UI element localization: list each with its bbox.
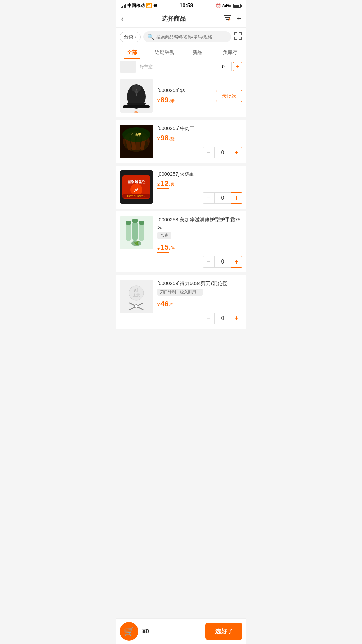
back-button[interactable]: ‹: [121, 14, 124, 23]
battery-icon: [233, 4, 241, 8]
qty-minus-0000255[interactable]: −: [203, 147, 214, 158]
qty-stepper-0000259: − 0 +: [203, 313, 242, 324]
cart-icon: 🛒: [124, 626, 134, 637]
bottom-bar: 🛒 ¥0 选好了: [116, 618, 246, 644]
product-thumb-0000254: 249: [120, 79, 153, 113]
search-row: 分类 › 🔍: [116, 28, 246, 46]
product-price-0000258: ¥ 15 /件: [157, 243, 242, 253]
search-icon: 🔍: [147, 34, 154, 40]
qty-plus-0000257[interactable]: +: [231, 192, 242, 204]
qty-value-0000255: 0: [214, 147, 231, 158]
product-item-0000259: 好 主意 [0000259]得力6034剪刀(混)(把) 刀口锋利、经久耐用、 …: [116, 275, 246, 329]
tab-recent[interactable]: 近期采购: [148, 46, 181, 59]
product-thumb-0000255: 牛肉干: [120, 125, 153, 158]
qty-minus-0000259[interactable]: −: [203, 313, 214, 324]
svg-rect-3: [234, 32, 237, 35]
tab-negative[interactable]: 负库存: [214, 46, 247, 59]
carrier-label: 中国移动: [127, 3, 145, 9]
tab-bar: 全部 近期采购 新品 负库存: [116, 46, 246, 59]
svg-text:牛肉干: 牛肉干: [131, 133, 142, 137]
svg-text:불닭볶음면: 불닭볶음면: [127, 180, 146, 184]
carrier-info: 中国移动 📶 ✳: [121, 3, 157, 9]
scan-icon[interactable]: [234, 32, 242, 42]
svg-text:🌿: 🌿: [134, 241, 139, 246]
product-name-0000257: [0000257]火鸡面: [157, 170, 242, 177]
product-price-0000257: ¥ 12 /袋: [157, 179, 242, 189]
product-name-0000259: [0000259]得力6034剪刀(混)(把): [157, 280, 242, 287]
product-thumb-0000259: 好 主意: [120, 280, 153, 313]
battery-percent: 84%: [222, 3, 231, 8]
tab-new[interactable]: 新品: [181, 46, 214, 59]
qty-value-0000259: 0: [214, 313, 231, 324]
svg-rect-37: [139, 221, 144, 225]
qty-plus-0000255[interactable]: +: [231, 147, 242, 158]
svg-rect-33: [132, 221, 138, 241]
svg-text:249: 249: [134, 111, 138, 113]
sync-icon: ✳: [153, 3, 157, 8]
status-bar: 中国移动 📶 ✳ 10:58 ⏰ 84%: [116, 0, 246, 10]
battery-info: ⏰ 84%: [216, 3, 241, 8]
svg-rect-13: [123, 105, 150, 108]
product-name-0000258: [0000258]美加净滋润修护型护手霜75克: [157, 216, 242, 230]
clock: 10:58: [180, 3, 193, 9]
qty-stepper-0000255: − 0 +: [203, 147, 242, 158]
filter-icon[interactable]: [223, 14, 231, 23]
svg-text:🌶: 🌶: [134, 187, 139, 192]
nav-actions: +: [223, 14, 241, 23]
svg-rect-4: [239, 32, 242, 35]
search-box: 🔍: [143, 31, 231, 42]
qty-plus-0000259[interactable]: +: [231, 313, 242, 324]
search-input[interactable]: [156, 34, 227, 39]
partial-plus-btn[interactable]: +: [233, 62, 242, 71]
product-item-0000254: 249 [0000254]qs ¥ 89 /米 录批次: [116, 74, 246, 117]
signal-icon: [121, 4, 126, 8]
qty-plus-0000258[interactable]: +: [231, 256, 242, 268]
partial-qty: 0: [215, 62, 232, 71]
list-bottom-pad: [116, 332, 246, 358]
product-price-0000259: ¥ 46 /件: [157, 300, 242, 309]
svg-text:HOT CHICKEN: HOT CHICKEN: [127, 195, 146, 198]
product-tag-0000259: 刀口锋利、经久耐用、: [157, 289, 203, 296]
product-list: 249 [0000254]qs ¥ 89 /米 录批次: [116, 74, 246, 358]
svg-text:主意: 主意: [133, 293, 140, 297]
category-button[interactable]: 分类 ›: [120, 32, 141, 42]
svg-rect-6: [239, 37, 242, 40]
confirm-button[interactable]: 选好了: [205, 623, 242, 640]
product-thumb-0000257: 불닭볶음면 🌶 HOT CHICKEN: [120, 170, 153, 204]
product-item-0000257: 불닭볶음면 🌶 HOT CHICKEN [0000257]火鸡面 ¥ 12 /袋…: [116, 166, 246, 209]
svg-rect-35: [126, 221, 131, 225]
qty-stepper-0000257: − 0 +: [203, 192, 242, 204]
product-item-0000258: 🌿 [0000258]美加净滋润修护型护手霜75克 75克 ¥ 15 /件 − …: [116, 211, 246, 272]
page-title: 选择商品: [162, 15, 186, 23]
partial-thumb: [120, 61, 136, 73]
qty-value-0000258: 0: [214, 256, 231, 268]
qty-stepper-0000258: − 0 +: [203, 256, 242, 268]
total-amount: ¥0: [142, 628, 201, 635]
partial-text: 好主意: [140, 64, 153, 70]
alarm-icon: ⏰: [216, 3, 221, 8]
tab-all[interactable]: 全部: [116, 46, 148, 59]
category-label: 分类: [124, 34, 133, 40]
svg-rect-34: [139, 223, 144, 241]
svg-rect-5: [234, 37, 237, 40]
wifi-icon: 📶: [146, 3, 152, 8]
add-icon[interactable]: +: [237, 14, 241, 23]
record-batch-button-0000254[interactable]: 录批次: [216, 90, 242, 102]
svg-rect-12: [127, 103, 146, 105]
product-thumb-0000258: 🌿: [120, 216, 153, 249]
qty-minus-0000257[interactable]: −: [203, 192, 214, 204]
svg-text:好: 好: [134, 287, 139, 292]
svg-point-11: [135, 90, 138, 94]
svg-rect-36: [132, 219, 138, 223]
cart-button[interactable]: 🛒: [120, 622, 138, 641]
product-tag-0000258: 75克: [157, 232, 171, 239]
product-name-0000255: [0000255]牛肉干: [157, 125, 242, 132]
qty-value-0000257: 0: [214, 192, 231, 204]
partial-row: 好主意 0 +: [116, 59, 246, 74]
svg-rect-32: [126, 223, 131, 241]
product-item-0000255: 牛肉干 [0000255]牛肉干 ¥ 98 /袋 − 0 +: [116, 120, 246, 163]
product-price-0000255: ¥ 98 /袋: [157, 134, 242, 143]
svg-point-46: [135, 305, 138, 308]
qty-minus-0000258[interactable]: −: [203, 256, 214, 268]
category-arrow: ›: [135, 34, 136, 40]
